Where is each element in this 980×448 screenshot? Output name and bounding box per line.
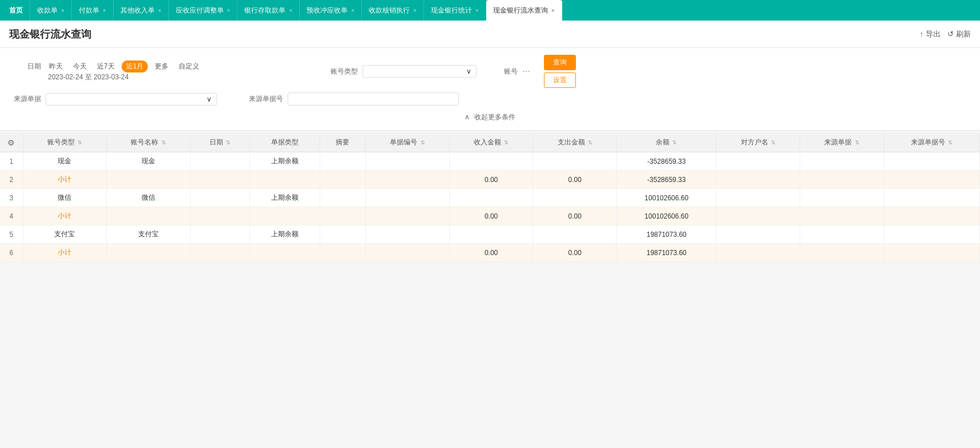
- table-body: 1现金现金上期余额-3528659.332小计0.000.00-3528659.…: [0, 152, 980, 262]
- cell-expense: 0.00: [533, 244, 617, 262]
- cell-summary: [320, 152, 365, 171]
- cell-account-type: 支付宝: [23, 225, 107, 244]
- account-type-filter-group: 账号类型 ∨: [326, 65, 477, 78]
- date-btn-more[interactable]: 更多: [151, 60, 172, 72]
- nav-tab-payment[interactable]: 付款单 ×: [72, 0, 114, 21]
- cell-expense: [533, 152, 617, 171]
- cell-summary: [320, 171, 365, 189]
- nav-tab-adjustment[interactable]: 应收应付调整单 ×: [169, 0, 238, 21]
- account-dots-button[interactable]: ···: [522, 66, 530, 76]
- cell-doc-no: [366, 189, 450, 207]
- close-bank-flow-icon[interactable]: ×: [551, 7, 555, 14]
- date-filter-label: 日期: [9, 62, 41, 71]
- cell-source-doc: [800, 189, 884, 207]
- th-source-doc-no-label: 来源单据号: [911, 138, 945, 146]
- cell-date: [190, 189, 249, 207]
- date-btn-yesterday[interactable]: 昨天: [46, 60, 66, 72]
- date-btn-custom[interactable]: 自定义: [175, 60, 203, 72]
- nav-tab-bank-stats-label: 现金银行统计: [431, 6, 472, 15]
- filter-row-1: 日期 昨天 今天 近7天 近1月 更多 自定义 2023-02-24 至 202…: [9, 55, 971, 88]
- cell-date: [190, 152, 249, 171]
- close-prepaid-icon[interactable]: ×: [351, 7, 354, 14]
- table-row: 4小计0.000.00100102606.60: [0, 207, 980, 225]
- account-type-select[interactable]: ∨: [362, 65, 477, 78]
- cell-doc-no: [366, 207, 450, 225]
- close-other-income-icon[interactable]: ×: [158, 7, 162, 14]
- cell-income: [449, 225, 533, 244]
- table-header: ⚙ 账号类型 ⇅ 账号名称 ⇅ 日期 ⇅ 单据类型 摘要: [0, 133, 980, 152]
- cell-account-name: 现金: [107, 152, 191, 171]
- cell-row-num: 2: [0, 171, 23, 189]
- source-doc-select[interactable]: ∨: [46, 93, 217, 106]
- nav-tab-bank-deposit[interactable]: 银行存取款单 ×: [237, 0, 300, 21]
- refresh-button[interactable]: ↺ 刷新: [947, 29, 971, 39]
- th-doc-no[interactable]: 单据编号 ⇅: [366, 133, 450, 152]
- cell-row-num: 4: [0, 207, 23, 225]
- th-balance[interactable]: 余额 ⇅: [617, 133, 716, 152]
- th-date[interactable]: 日期 ⇅: [190, 133, 249, 152]
- table-row: 5支付宝支付宝上期余额19871073.60: [0, 225, 980, 244]
- th-doc-type[interactable]: 单据类型: [249, 133, 320, 152]
- close-adjustment-icon[interactable]: ×: [227, 7, 231, 14]
- nav-tab-bank-stats[interactable]: 现金银行统计 ×: [424, 0, 486, 21]
- close-bank-stats-icon[interactable]: ×: [475, 7, 479, 14]
- date-btn-today[interactable]: 今天: [70, 60, 90, 72]
- cell-account-type: 小计: [23, 244, 107, 262]
- cell-doc-no: [366, 244, 450, 262]
- sort-counterparty-icon: ⇅: [771, 140, 776, 146]
- sort-expense-icon: ⇅: [588, 140, 592, 146]
- close-verify-icon[interactable]: ×: [413, 7, 417, 14]
- cell-doc-type: 上期余额: [249, 152, 320, 171]
- nav-tab-receipt-label: 收款单: [37, 6, 58, 15]
- th-summary[interactable]: 摘要: [320, 133, 365, 152]
- source-doc-chevron-icon: ∨: [207, 95, 212, 103]
- cell-expense: [533, 189, 617, 207]
- cell-doc-no: [366, 171, 450, 189]
- close-bank-deposit-icon[interactable]: ×: [289, 7, 292, 14]
- cell-source-doc-no: [884, 207, 979, 225]
- cell-expense: 0.00: [533, 171, 617, 189]
- nav-tab-prepaid[interactable]: 预收冲应收单 ×: [300, 0, 362, 21]
- collapse-label: 收起更多条件: [474, 113, 515, 121]
- nav-tab-home-label: 首页: [9, 6, 23, 15]
- th-expense[interactable]: 支出金额 ⇅: [533, 133, 617, 152]
- cell-account-name: 微信: [107, 189, 191, 207]
- th-account-type[interactable]: 账号类型 ⇅: [23, 133, 107, 152]
- source-doc-num-input[interactable]: [288, 92, 459, 106]
- cell-expense: 0.00: [533, 207, 617, 225]
- close-receipt-icon[interactable]: ×: [61, 7, 64, 14]
- query-button[interactable]: 查询: [544, 55, 576, 70]
- th-counterparty[interactable]: 对方户名 ⇅: [716, 133, 800, 152]
- settings-button[interactable]: 设置: [544, 72, 576, 88]
- cell-source-doc: [800, 244, 884, 262]
- account-label: 账号: [486, 67, 518, 76]
- cell-source-doc: [800, 152, 884, 171]
- data-table: ⚙ 账号类型 ⇅ 账号名称 ⇅ 日期 ⇅ 单据类型 摘要: [0, 133, 980, 262]
- nav-tab-receipt[interactable]: 收款单 ×: [30, 0, 72, 21]
- nav-tab-bank-flow[interactable]: 现金银行流水查询 ×: [486, 0, 562, 21]
- table-row: 6小计0.000.0019871073.60: [0, 244, 980, 262]
- cell-date: [190, 225, 249, 244]
- column-settings-icon[interactable]: ⚙: [7, 138, 15, 147]
- date-btn-7days[interactable]: 近7天: [94, 60, 118, 72]
- th-income[interactable]: 收入金额 ⇅: [449, 133, 533, 152]
- cell-counterparty: [716, 244, 800, 262]
- nav-tab-prepaid-label: 预收冲应收单: [306, 6, 348, 15]
- th-source-doc-no[interactable]: 来源单据号 ⇅: [884, 133, 979, 152]
- collapse-bar[interactable]: ∧ 收起更多条件: [9, 110, 971, 123]
- table-row: 1现金现金上期余额-3528659.33: [0, 152, 980, 171]
- cell-row-num: 5: [0, 225, 23, 244]
- th-income-label: 收入金额: [474, 138, 501, 146]
- th-account-name-label: 账号名称: [131, 138, 158, 146]
- th-account-name[interactable]: 账号名称 ⇅: [107, 133, 191, 152]
- date-btn-1month[interactable]: 近1月: [122, 60, 148, 72]
- nav-tab-verify[interactable]: 收款核销执行 ×: [362, 0, 424, 21]
- cell-source-doc: [800, 207, 884, 225]
- cell-balance: 19871073.60: [617, 244, 716, 262]
- close-payment-icon[interactable]: ×: [103, 7, 106, 14]
- th-source-doc[interactable]: 来源单据 ⇅: [800, 133, 884, 152]
- export-button[interactable]: ↑ 导出: [920, 29, 941, 39]
- refresh-label: 刷新: [956, 29, 971, 39]
- nav-tab-other-income[interactable]: 其他收入单 ×: [114, 0, 169, 21]
- nav-tab-home[interactable]: 首页: [2, 0, 30, 21]
